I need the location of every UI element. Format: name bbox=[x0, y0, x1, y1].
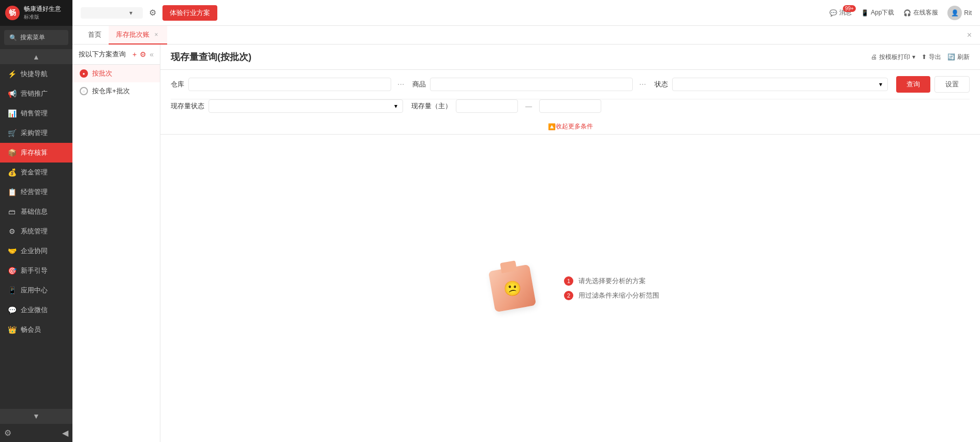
sidebar-item-system[interactable]: ⚙ 系统管理 bbox=[0, 222, 72, 241]
sidebar: 畅 畅康通好生意 标准版 🔍 搜索菜单 ▲ ⚡ 快捷导航 📢 营销推广 📊 销售… bbox=[0, 0, 72, 442]
scheme-dot-outline: ○ bbox=[80, 87, 88, 95]
hint1-text: 请先选择要分析的方案 bbox=[578, 276, 646, 286]
page-title: 现存量查询(按批次) bbox=[171, 51, 251, 63]
status-label: 状态 bbox=[655, 80, 668, 89]
scheme-by-batch[interactable]: ● 按批次 bbox=[72, 65, 160, 82]
export-button[interactable]: ⬆ 导出 bbox=[922, 53, 941, 62]
goods-input[interactable] bbox=[430, 78, 633, 91]
sidebar-item-sales[interactable]: 📊 销售管理 bbox=[0, 104, 72, 123]
scheme-dot-active: ● bbox=[80, 69, 88, 78]
sidebar-item-basic[interactable]: 🗃 基础信息 bbox=[0, 202, 72, 222]
stock-quantity-to-input[interactable] bbox=[539, 99, 601, 113]
quick-nav-icon: ⚡ bbox=[7, 69, 17, 79]
collapse-up-icon: 🔼 bbox=[548, 123, 556, 130]
collapse-filters-button[interactable]: 🔼 收起更多条件 bbox=[171, 119, 970, 134]
sales-icon: 📊 bbox=[7, 109, 17, 118]
topbar-search-input[interactable] bbox=[86, 9, 127, 17]
search-icon: 🔍 bbox=[9, 34, 17, 41]
scroll-down-button[interactable]: ▼ bbox=[0, 409, 72, 423]
sidebar-item-app-center[interactable]: 📱 应用中心 bbox=[0, 281, 72, 300]
hint1-number: 1 bbox=[564, 276, 573, 286]
app-center-icon: 📱 bbox=[7, 286, 17, 295]
topbar-dropdown-icon[interactable]: ▾ bbox=[129, 9, 132, 17]
status-select[interactable]: ▾ bbox=[672, 78, 888, 91]
right-content: 现存量查询(按批次) 🖨 按模板打印 ▾ ⬆ 导出 🔄 刷新 bbox=[160, 45, 980, 442]
scheme-by-warehouse-batch[interactable]: ○ 按仓库+批次 bbox=[72, 82, 160, 100]
tab-batch-account[interactable]: 库存批次账 × bbox=[109, 26, 167, 45]
topbar-right: 💬 消息 99+ 📱 App下载 🎧 在线客服 👤 Rit bbox=[829, 6, 972, 20]
stock-status-label: 现存量状态 bbox=[171, 101, 204, 111]
app-title: 畅康通好生意 bbox=[24, 5, 61, 13]
left-panel-title: 按以下方案查询 bbox=[79, 50, 126, 59]
scroll-up-button[interactable]: ▲ bbox=[0, 50, 72, 64]
sidebar-item-purchase[interactable]: 🛒 采购管理 bbox=[0, 123, 72, 143]
refresh-button[interactable]: 🔄 刷新 bbox=[947, 53, 970, 62]
add-scheme-icon[interactable]: + bbox=[132, 50, 137, 58]
customer-service-button[interactable]: 🎧 在线客服 bbox=[903, 8, 938, 17]
empty-hints: 1 请先选择要分析的方案 2 用过滤条件来缩小分析范围 bbox=[564, 276, 659, 300]
purchase-icon: 🛒 bbox=[7, 128, 17, 138]
wechat-icon: 💬 bbox=[7, 305, 17, 315]
sidebar-item-wechat[interactable]: 💬 企业微信 bbox=[0, 300, 72, 320]
left-panel: 按以下方案查询 + ⚙ « ● 按批次 ○ 按仓库+批次 bbox=[72, 45, 160, 442]
status-select-arrow: ▾ bbox=[879, 81, 882, 88]
sidebar-item-quick-nav[interactable]: ⚡ 快捷导航 bbox=[0, 64, 72, 84]
warehouse-input[interactable] bbox=[188, 78, 391, 91]
sidebar-settings-button[interactable]: ⚙ bbox=[4, 428, 11, 438]
experience-button[interactable]: 体验行业方案 bbox=[162, 5, 217, 21]
filter-goods: 商品 ··· bbox=[412, 78, 646, 91]
filter-status: 状态 ▾ bbox=[655, 78, 888, 91]
sidebar-collapse-button[interactable]: ◀ bbox=[62, 428, 68, 438]
goods-more-icon[interactable]: ··· bbox=[639, 80, 646, 89]
sidebar-item-member[interactable]: 👑 畅会员 bbox=[0, 320, 72, 340]
empty-state: 😕 1 请先选择要分析的方案 2 用过滤条件来缩小分析范围 bbox=[160, 135, 980, 442]
messages-button[interactable]: 💬 消息 99+ bbox=[829, 8, 852, 17]
sidebar-header: 畅 畅康通好生意 标准版 bbox=[0, 0, 72, 26]
app-download-button[interactable]: 📱 App下载 bbox=[861, 8, 894, 17]
stock-quantity-from-input[interactable] bbox=[456, 99, 518, 113]
tab-home[interactable]: 首页 bbox=[81, 26, 109, 45]
print-dropdown-icon[interactable]: ▾ bbox=[912, 53, 915, 61]
warehouse-label: 仓库 bbox=[171, 80, 184, 89]
close-tabs-right-button[interactable]: × bbox=[967, 31, 972, 40]
settings-scheme-icon[interactable]: ⚙ bbox=[140, 50, 146, 58]
member-icon: 👑 bbox=[7, 325, 17, 334]
filter-row-1: 仓库 ··· 商品 ··· 状态 ▾ bbox=[171, 76, 970, 93]
empty-hint-1: 1 请先选择要分析的方案 bbox=[564, 276, 659, 286]
warehouse-more-icon[interactable]: ··· bbox=[397, 80, 404, 89]
message-icon: 💬 bbox=[829, 9, 837, 17]
tab-close-icon[interactable]: × bbox=[153, 31, 160, 38]
page-header-actions: 🖨 按模板打印 ▾ ⬆ 导出 🔄 刷新 bbox=[871, 53, 970, 62]
inventory-icon: 📦 bbox=[7, 148, 17, 157]
left-panel-header: 按以下方案查询 + ⚙ « bbox=[72, 45, 160, 65]
main-content: ▾ ⚙ 体验行业方案 💬 消息 99+ 📱 App下载 🎧 在线客服 bbox=[72, 0, 980, 442]
query-button[interactable]: 查询 bbox=[896, 76, 930, 93]
user-profile-button[interactable]: 👤 Rit bbox=[947, 6, 972, 20]
content-area: 按以下方案查询 + ⚙ « ● 按批次 ○ 按仓库+批次 现存量查询(按批次) bbox=[72, 45, 980, 442]
sidebar-search-area: 🔍 搜索菜单 bbox=[0, 26, 72, 50]
stock-status-select[interactable]: ▾ bbox=[209, 99, 403, 113]
tabs-bar: 首页 库存批次账 × × bbox=[72, 26, 980, 45]
filter-area: 仓库 ··· 商品 ··· 状态 ▾ bbox=[160, 70, 980, 135]
sidebar-item-inventory[interactable]: 📦 库存核算 bbox=[0, 143, 72, 163]
settings-button[interactable]: 设置 bbox=[934, 76, 970, 93]
filter-warehouse: 仓库 ··· bbox=[171, 78, 404, 91]
sidebar-item-operation[interactable]: 📋 经营管理 bbox=[0, 182, 72, 202]
sidebar-item-finance[interactable]: 💰 资金管理 bbox=[0, 163, 72, 182]
print-button[interactable]: 🖨 按模板打印 ▾ bbox=[871, 53, 915, 62]
filter-stock-status: 现存量状态 ▾ bbox=[171, 99, 403, 113]
sidebar-footer: ⚙ ◀ bbox=[0, 423, 72, 442]
search-menu-button[interactable]: 🔍 搜索菜单 bbox=[4, 30, 68, 45]
empty-face-icon: 😕 bbox=[503, 280, 522, 297]
topbar-gear-icon[interactable]: ⚙ bbox=[149, 8, 156, 18]
sidebar-item-newbie[interactable]: 🎯 新手引导 bbox=[0, 261, 72, 281]
refresh-icon: 🔄 bbox=[947, 53, 955, 61]
avatar-icon: 👤 bbox=[951, 9, 959, 17]
collapse-panel-icon[interactable]: « bbox=[150, 50, 154, 58]
filter-stock-quantity: 现存量（主） — bbox=[411, 99, 644, 113]
hint2-number: 2 bbox=[564, 291, 573, 300]
avatar: 👤 bbox=[947, 6, 962, 20]
marketing-icon: 📢 bbox=[7, 89, 17, 98]
sidebar-item-enterprise[interactable]: 🤝 企业协同 bbox=[0, 241, 72, 261]
sidebar-item-marketing[interactable]: 📢 营销推广 bbox=[0, 84, 72, 104]
